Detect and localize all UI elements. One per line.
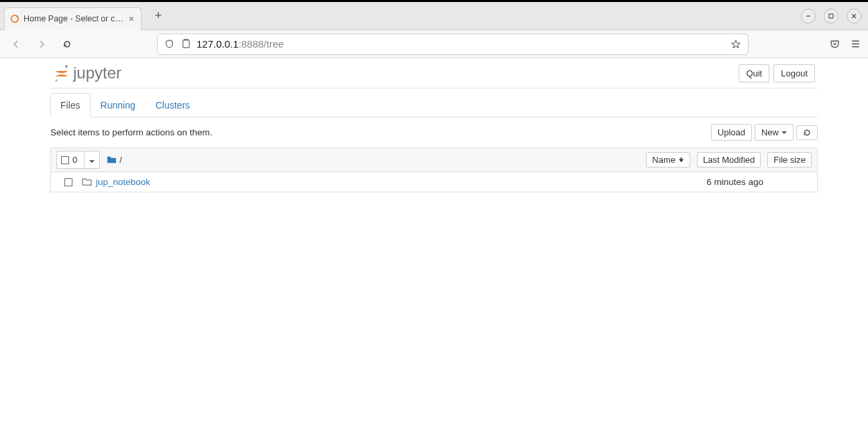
refresh-icon bbox=[803, 129, 811, 137]
sort-desc-icon bbox=[678, 157, 684, 163]
shield-icon[interactable] bbox=[164, 39, 174, 49]
jupyter-favicon bbox=[10, 14, 19, 23]
address-bar[interactable]: 127.0.0.1:8888/tree bbox=[157, 34, 749, 55]
file-link[interactable]: jup_notebook bbox=[96, 177, 150, 187]
svg-rect-3 bbox=[829, 14, 833, 18]
hamburger-menu-icon[interactable] bbox=[850, 38, 861, 50]
sort-name-button[interactable]: Name bbox=[646, 152, 690, 168]
reload-button[interactable] bbox=[58, 35, 76, 54]
logout-button[interactable]: Logout bbox=[773, 64, 815, 82]
url-host: 127.0.0.1 bbox=[197, 38, 239, 50]
main-tabs: Files Running Clusters bbox=[50, 92, 818, 117]
jupyter-logo-icon bbox=[53, 64, 70, 82]
sort-size-button[interactable]: File size bbox=[767, 152, 812, 168]
jupyter-header: jupyter Quit Logout bbox=[50, 58, 818, 88]
url-text: 127.0.0.1:8888/tree bbox=[197, 38, 725, 50]
new-tab-button[interactable]: + bbox=[150, 7, 167, 25]
url-path: :8888/tree bbox=[239, 38, 284, 50]
site-info-icon[interactable] bbox=[181, 39, 191, 49]
refresh-button[interactable] bbox=[796, 125, 818, 140]
browser-tab-bar: Home Page - Select or crea × + bbox=[0, 2, 868, 30]
tab-running[interactable]: Running bbox=[91, 93, 146, 117]
action-toolbar: Select items to perform actions on them.… bbox=[50, 117, 818, 147]
upload-button[interactable]: Upload bbox=[711, 124, 752, 141]
tab-files[interactable]: Files bbox=[50, 93, 91, 117]
select-all-control: 0 bbox=[56, 151, 100, 169]
jupyter-logo[interactable]: jupyter bbox=[53, 64, 121, 82]
svg-point-10 bbox=[65, 65, 68, 68]
breadcrumb[interactable]: / bbox=[107, 155, 122, 165]
sort-name-label: Name bbox=[652, 155, 675, 165]
svg-point-1 bbox=[16, 15, 17, 17]
select-all-dropdown[interactable] bbox=[84, 151, 99, 168]
folder-icon bbox=[107, 155, 117, 164]
sort-modified-button[interactable]: Last Modified bbox=[697, 152, 761, 168]
svg-rect-6 bbox=[183, 40, 189, 48]
select-all-checkbox[interactable]: 0 bbox=[57, 152, 84, 168]
browser-tab-title: Home Page - Select or crea bbox=[23, 14, 123, 23]
row-checkbox[interactable] bbox=[64, 178, 72, 186]
quit-button[interactable]: Quit bbox=[739, 64, 769, 82]
maximize-window-button[interactable] bbox=[824, 9, 838, 23]
new-button-label: New bbox=[761, 127, 779, 137]
new-dropdown-button[interactable]: New bbox=[755, 124, 794, 141]
file-modified: 6 minutes ago bbox=[706, 177, 812, 187]
bookmark-star-icon[interactable] bbox=[730, 39, 741, 50]
window-controls bbox=[801, 9, 868, 23]
selection-hint: Select items to perform actions on them. bbox=[50, 127, 213, 137]
tab-clusters[interactable]: Clusters bbox=[146, 93, 200, 117]
svg-point-11 bbox=[55, 79, 58, 82]
folder-outline-icon bbox=[82, 178, 92, 186]
selected-count: 0 bbox=[72, 155, 81, 165]
caret-down-icon bbox=[89, 160, 95, 163]
minimize-window-button[interactable] bbox=[801, 9, 816, 23]
file-list-header: 0 / Name Last Modified File size bbox=[50, 147, 818, 172]
pocket-icon[interactable] bbox=[829, 38, 840, 50]
caret-down-icon bbox=[781, 131, 787, 134]
breadcrumb-root: / bbox=[119, 155, 122, 165]
close-window-button[interactable] bbox=[847, 9, 861, 23]
file-row: jup_notebook 6 minutes ago bbox=[50, 172, 818, 192]
back-button[interactable] bbox=[7, 35, 25, 54]
browser-toolbar: 127.0.0.1:8888/tree bbox=[0, 30, 868, 58]
jupyter-logo-text: jupyter bbox=[73, 64, 121, 82]
page-content: jupyter Quit Logout Files Running Cluste… bbox=[50, 58, 818, 192]
browser-tab[interactable]: Home Page - Select or crea × bbox=[4, 7, 142, 30]
checkbox-icon bbox=[61, 156, 69, 164]
forward-button[interactable] bbox=[32, 35, 51, 54]
close-tab-icon[interactable]: × bbox=[127, 14, 135, 23]
